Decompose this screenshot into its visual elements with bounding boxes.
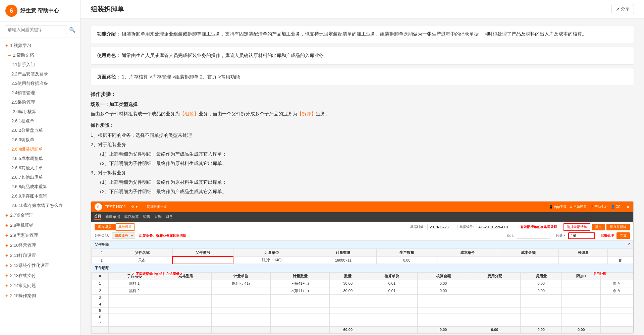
topbar-overview-btn[interactable]: 同期数据一览 bbox=[144, 204, 170, 210]
upper-table: # 父件名称 父件型号 计量单位 计量数量 生产数量 成本单价 成本金额 可调量 bbox=[91, 249, 633, 264]
app-nav: 首页 新建单据 库存核算 销售 采购 财务 bbox=[91, 212, 633, 222]
nav-item-purchase[interactable]: 采购 bbox=[154, 214, 162, 219]
code-input[interactable] bbox=[476, 224, 516, 230]
sidebar-item-2-7[interactable]: + 2.7资金管理 bbox=[0, 210, 80, 220]
sidebar-item-2-6-2[interactable]: 2.6.2分量盘点单 bbox=[0, 126, 80, 135]
nav-item-finance[interactable]: 财务 bbox=[166, 214, 173, 219]
sidebar-item-2-6[interactable]: − 2.6库存核算 bbox=[0, 107, 80, 116]
sidebar-item-2-4[interactable]: 2.4销售管理 bbox=[0, 88, 80, 98]
sidebar-item-docs-label: 2.帮助文档 bbox=[13, 52, 34, 58]
app-logo-icon: 6 bbox=[5, 5, 17, 17]
sidebar-item-2-15[interactable]: + 2.15操作案例 bbox=[0, 291, 80, 301]
app-logo-text: 好生意 帮助中心 bbox=[20, 7, 59, 14]
topbar-icon-area: ⚙ ▼ bbox=[131, 205, 139, 209]
confirm-btn[interactable]: 立算 bbox=[616, 232, 630, 239]
select-bom-btn[interactable]: 选择装配清单 bbox=[564, 223, 590, 231]
sidebar-item-2-6-9[interactable]: 2.6.9库存账本查询 bbox=[0, 191, 80, 201]
share-label: 分享 bbox=[621, 6, 630, 12]
feature-intro-section: 功能介绍： 组装拆卸单用来处理企业组装或拆卸等加工业务，支持有固定装配清单的产品… bbox=[91, 25, 634, 43]
plus-icon-2-9: + bbox=[5, 233, 8, 238]
sidebar-item-2-6-1[interactable]: 2.6.1盘点单 bbox=[0, 116, 80, 126]
share-button[interactable]: ↗ 分享 bbox=[611, 4, 634, 14]
upper-th-9 bbox=[607, 249, 633, 257]
sidebar-item-docs[interactable]: − 2.帮助文档 bbox=[0, 51, 80, 60]
lower-section-header: 子件明细 bbox=[91, 264, 633, 272]
type-select[interactable]: 组装业务 拆卸业务 bbox=[112, 232, 135, 239]
nav-item-inventory[interactable]: 库存核算 bbox=[124, 214, 139, 219]
search-button[interactable]: 🔍 bbox=[69, 27, 75, 33]
qty-input[interactable] bbox=[568, 232, 595, 239]
app-screenshot: 6 TEST-H002 ⚙ ▼ 同期数据一览 📱 App下载 ⚙ 初始设置 ❓ … bbox=[91, 201, 634, 333]
app-toolbar-area: 库存调拨 其他调拨 单据时间: 单据编号: 有装配清单的在这里处理 → 选择装配… bbox=[91, 222, 633, 241]
upper-table-row: 1 关杰 瓶(小：140) 16000×11 0.00 🗑 bbox=[92, 257, 633, 264]
qty-label: 数量 × bbox=[556, 233, 566, 238]
lower-row-5: 5 bbox=[92, 307, 633, 314]
plus-icon-2-8: + bbox=[5, 223, 8, 228]
sidebar-item-video-label: 1.视频学习 bbox=[10, 43, 31, 49]
upper-th-7: 成本金额 bbox=[498, 249, 558, 257]
main-header: 组装拆卸单 ↗ 分享 bbox=[80, 0, 644, 18]
sidebar-item-2-14[interactable]: + 2.14常见问题 bbox=[0, 281, 80, 291]
submit-btn[interactable]: 提交 bbox=[592, 224, 605, 230]
toolbar-tab-2[interactable]: 其他调拨 bbox=[115, 223, 135, 231]
sidebar-item-2-6-10[interactable]: 2.6.10库存账本错了怎么办 bbox=[0, 201, 80, 210]
sidebar-item-2-6-8[interactable]: 2.6.8商品成本重算 bbox=[0, 182, 80, 191]
sidebar-item-2-11[interactable]: + 2.11打印设置 bbox=[0, 250, 80, 261]
sidebar-item-2-6-5[interactable]: 2.6.5成本调整单 bbox=[0, 154, 80, 163]
search-input[interactable] bbox=[5, 25, 67, 34]
sidebar-item-2-10[interactable]: + 2.10经营管理 bbox=[0, 240, 80, 250]
toolbar-tab-1[interactable]: 库存调拨 bbox=[95, 224, 115, 230]
sidebar-item-video[interactable]: + 1.视频学习 bbox=[0, 41, 80, 51]
remark-input[interactable] bbox=[517, 233, 550, 239]
plus-icon-2-15: + bbox=[5, 293, 8, 298]
feature-intro-label: 功能介绍： bbox=[97, 31, 120, 37]
lower-row-2: 2 黑料 2 ×(每41+...) 30.00 0.01 0.00 0.00 bbox=[92, 287, 633, 294]
plus-icon-2-7: + bbox=[5, 213, 8, 218]
operations-label: 操作步骤： bbox=[91, 91, 634, 98]
bottom-spacer bbox=[91, 334, 634, 335]
step-3: 3、对于拆装业务 bbox=[91, 168, 634, 177]
upper-th-2: 父件型号 bbox=[172, 249, 233, 257]
annotation-type-switch: 组装业务、拆卸业务在这里切换 bbox=[139, 233, 186, 238]
plus-icon-2-11: + bbox=[5, 253, 8, 258]
app-upper-body: 父件明细 ↗ # 父件名称 父件型号 计量单位 计量数量 生产数量 bbox=[91, 241, 633, 264]
nav-item-sales[interactable]: 销售 bbox=[143, 214, 150, 219]
lower-row-6: 6 bbox=[92, 314, 633, 320]
save-new-btn[interactable]: 保存并新建 bbox=[606, 224, 630, 230]
step-2-1: （1）上部明细为父件明细，最终作为产成品生成其它入库单； bbox=[97, 149, 634, 159]
sidebar-item-2-6-6[interactable]: 2.6.6其他入库单 bbox=[0, 163, 80, 173]
nav-list: + 1.视频学习 − 2.帮助文档 2.1新手入门 2.2产品安装及登录 2.3… bbox=[0, 38, 80, 335]
sidebar-item-2-3[interactable]: 2.3使用前数据准备 bbox=[0, 79, 80, 88]
date-label: 单据时间: bbox=[410, 225, 425, 229]
plus-icon-2-12: + bbox=[5, 263, 8, 268]
sidebar-item-2-13[interactable]: + 2.13在线支付 bbox=[0, 271, 80, 281]
sidebar-item-2-5[interactable]: 2.5采购管理 bbox=[0, 98, 80, 107]
plus-icon-2-14: + bbox=[5, 283, 8, 288]
sidebar-item-2-2[interactable]: 2.2产品安装及登录 bbox=[0, 69, 80, 79]
sidebar-item-2-8[interactable]: + 2.8手机旺铺 bbox=[0, 220, 80, 230]
upper-section-header: 父件明细 ↗ bbox=[91, 241, 633, 249]
date-input[interactable] bbox=[427, 224, 458, 230]
nav-item-home[interactable]: 首页 bbox=[94, 214, 101, 220]
annotation-sub-entry: ↙ 不固定活动中的组件在这里录入 bbox=[131, 272, 183, 276]
sidebar-item-2-6-7[interactable]: 2.6.7其他出库单 bbox=[0, 173, 80, 182]
screenshot-container: 6 TEST-H002 ⚙ ▼ 同期数据一览 📱 App下载 ⚙ 初始设置 ❓ … bbox=[91, 201, 634, 334]
path-intro-section: 页面路径： 1、库存核算->库存管理->组装拆卸单 2、首页->常用功能 bbox=[91, 68, 634, 86]
page-title: 组装拆卸单 bbox=[91, 5, 124, 14]
role-intro-label: 使用角色： bbox=[97, 53, 120, 58]
upper-th-5: 生产数量 bbox=[376, 249, 437, 257]
sidebar-item-2-9[interactable]: + 2.9优惠券管理 bbox=[0, 230, 80, 240]
upper-th-3: 计量单位 bbox=[233, 249, 310, 257]
upper-th-8: 可调量 bbox=[558, 249, 607, 257]
plus-icon-2-10: + bbox=[5, 243, 8, 248]
sidebar-item-2-6-4[interactable]: 2.6.4组装拆卸单 bbox=[0, 145, 80, 154]
path-intro-label: 页面路径： bbox=[97, 74, 120, 79]
app-topbar-logo: 6 bbox=[95, 203, 102, 211]
step-3-2: （2）下部明细为子件明细，最终作为产成品生成其它入库单。 bbox=[97, 187, 634, 196]
sidebar-item-2-12[interactable]: + 2.12系统个性化设置 bbox=[0, 261, 80, 271]
sidebar-item-2-1[interactable]: 2.1新手入门 bbox=[0, 60, 80, 69]
sidebar-item-2-6-3[interactable]: 2.6.3调拨单 bbox=[0, 135, 80, 145]
plus-icon: + bbox=[5, 43, 8, 48]
close-icon[interactable]: ✕ bbox=[626, 204, 630, 210]
nav-item-new[interactable]: 新建单据 bbox=[105, 214, 120, 219]
